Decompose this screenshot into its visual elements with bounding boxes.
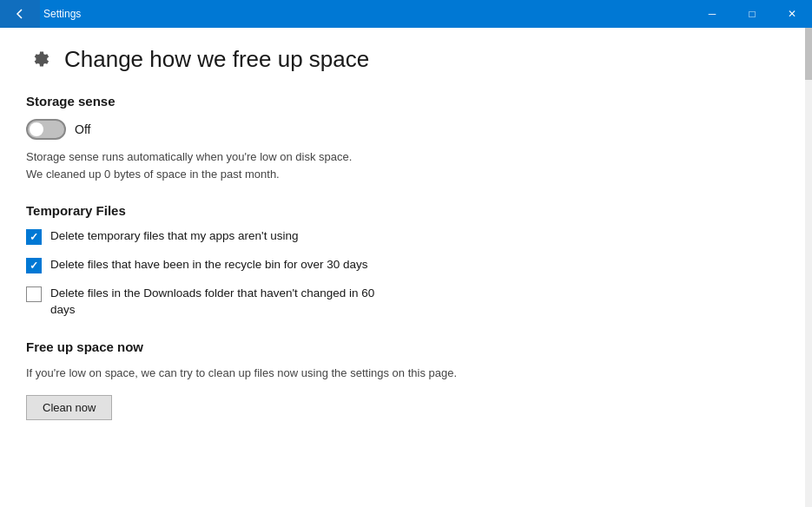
page-title: Change how we free up space bbox=[64, 46, 369, 73]
temporary-files-section: Temporary Files Delete temporary files t… bbox=[26, 203, 779, 319]
maximize-button[interactable]: □ bbox=[732, 0, 772, 28]
minimize-button[interactable]: ─ bbox=[692, 0, 732, 28]
main-content: Change how we free up space Storage sens… bbox=[0, 28, 805, 507]
free-up-space-title: Free up space now bbox=[26, 339, 779, 354]
checkbox-label-3: Delete files in the Downloads folder tha… bbox=[50, 286, 374, 319]
checkbox-item-1: Delete temporary files that my apps aren… bbox=[26, 228, 779, 245]
window-controls: ─ □ ✕ bbox=[692, 0, 812, 28]
temporary-files-title: Temporary Files bbox=[26, 203, 779, 218]
storage-desc-line2: We cleaned up 0 bytes of space in the pa… bbox=[26, 168, 280, 181]
page-header: Change how we free up space bbox=[26, 45, 779, 73]
checkbox-3[interactable] bbox=[26, 286, 42, 302]
checkbox-2[interactable] bbox=[26, 258, 42, 273]
checkbox-item-3: Delete files in the Downloads folder tha… bbox=[26, 286, 779, 319]
storage-desc: Storage sense runs automatically when yo… bbox=[26, 148, 779, 182]
storage-sense-title: Storage sense bbox=[26, 94, 779, 109]
free-up-space-desc: If you're low on space, we can try to cl… bbox=[26, 365, 779, 382]
content-wrapper: Change how we free up space Storage sens… bbox=[0, 28, 812, 507]
free-up-space-section: Free up space now If you're low on space… bbox=[26, 339, 779, 421]
scrollbar[interactable] bbox=[805, 28, 812, 507]
checkbox-1[interactable] bbox=[26, 229, 42, 245]
toggle-thumb bbox=[30, 122, 43, 136]
titlebar-title: Settings bbox=[40, 8, 692, 20]
settings-icon bbox=[26, 45, 54, 73]
storage-sense-section: Storage sense Off Storage sense runs aut… bbox=[26, 94, 779, 182]
close-button[interactable]: ✕ bbox=[772, 0, 812, 28]
toggle-row: Off bbox=[26, 119, 779, 140]
back-button[interactable] bbox=[0, 0, 40, 28]
storage-desc-line1: Storage sense runs automatically when yo… bbox=[26, 150, 352, 163]
clean-now-button[interactable]: Clean now bbox=[26, 395, 112, 420]
scrollbar-thumb[interactable] bbox=[805, 28, 812, 80]
toggle-track[interactable] bbox=[26, 119, 66, 140]
storage-sense-toggle[interactable] bbox=[26, 119, 66, 140]
toggle-label: Off bbox=[75, 122, 90, 136]
checkbox-label-1: Delete temporary files that my apps aren… bbox=[50, 228, 298, 245]
titlebar: Settings ─ □ ✕ bbox=[0, 0, 812, 28]
checkbox-label-2: Delete files that have been in the recyc… bbox=[50, 257, 367, 273]
checkbox-item-2: Delete files that have been in the recyc… bbox=[26, 257, 779, 273]
